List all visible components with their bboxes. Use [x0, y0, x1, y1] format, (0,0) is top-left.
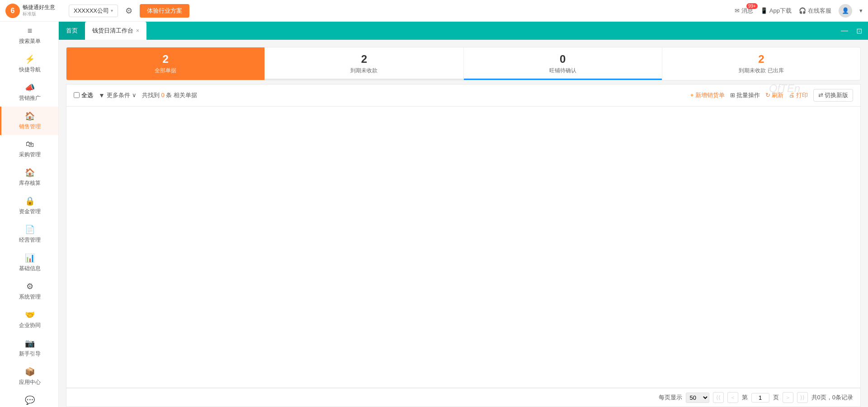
message-btn[interactable]: ✉ 消息 99+	[735, 7, 753, 15]
filter-icon: ▼	[99, 92, 105, 99]
page-label: 第	[742, 393, 748, 402]
header-right: ✉ 消息 99+ 📱 App下载 🎧 在线客服 👤 ▾	[735, 4, 863, 18]
sidebar-item-newbie[interactable]: 📷 新手引导	[0, 334, 58, 362]
per-page-label: 每页显示	[659, 393, 682, 402]
stat-num-overdue-unshipped: 2	[671, 53, 851, 66]
newbie-icon: 📷	[25, 338, 35, 348]
sidebar-item-enterprise[interactable]: 🤝 企业协同	[0, 305, 58, 334]
stat-label-overdue-unshipped: 到期未收款 已出库	[671, 67, 851, 75]
app-download-btn[interactable]: 📱 App下载	[760, 7, 792, 15]
page-input[interactable]	[751, 393, 769, 402]
sidebar-item-operations[interactable]: 📄 经营管理	[0, 220, 58, 248]
stat-card-overdue-unpaid[interactable]: 2 到期未收款	[265, 47, 463, 80]
toolbar-right: + 新增销货单 ⊞ 批量操作 ↻ 刷新 🖨 打印 ⇄	[690, 89, 853, 102]
select-all-checkbox[interactable]: 全选	[74, 91, 93, 99]
stat-num-overdue-unpaid: 2	[274, 53, 454, 66]
user-name[interactable]: ▾	[859, 7, 863, 14]
company-selector[interactable]: XXXXXX公司 ▾	[69, 5, 118, 17]
refresh-button[interactable]: ↻ 刷新	[765, 91, 783, 99]
sidebar-item-finance[interactable]: 🔒 资金管理	[0, 192, 58, 220]
sidebar-item-purchase[interactable]: 🛍 采购管理	[0, 135, 58, 163]
stat-num-all: 2	[75, 53, 255, 66]
sidebar-item-basic-info[interactable]: 📊 基础信息	[0, 248, 58, 277]
tab-close-icon[interactable]: ×	[136, 28, 139, 34]
content-area: 首页 钱货日清工作台 × — ⊡ 2 全部单据 2 到期未收款	[59, 22, 868, 407]
per-page-select[interactable]: 50 10 20 100	[686, 393, 709, 403]
inventory-icon: 🏠	[25, 168, 35, 178]
tab-active[interactable]: 钱货日清工作台 ×	[85, 22, 146, 40]
app-logo: 6	[5, 4, 20, 18]
found-num: 0	[161, 92, 164, 98]
switch-icon: ⇄	[818, 92, 823, 98]
app-version: 标准版	[23, 11, 55, 17]
next-page-btn[interactable]: ＞	[783, 392, 793, 403]
total-label: 共0页，0条记录	[811, 393, 853, 402]
system-icon: ⚙	[26, 281, 33, 291]
app-name: 畅捷通好生意	[23, 4, 55, 11]
stat-label-overdue-unpaid: 到期未收款	[274, 67, 454, 75]
operations-icon: 📄	[25, 225, 35, 234]
tab-collapse-icon[interactable]: —	[839, 25, 850, 36]
enterprise-icon: 🤝	[25, 310, 35, 320]
search-menu-icon: ≡	[28, 26, 33, 36]
stat-card-wangpu[interactable]: 0 旺铺待确认	[464, 47, 662, 80]
stat-card-all[interactable]: 2 全部单据	[66, 47, 265, 80]
found-text: 共找到 0 条 相关单据	[142, 91, 197, 99]
settings-icon[interactable]: ⚙	[122, 4, 136, 18]
stat-card-overdue-unshipped[interactable]: 2 到期未收款 已出库	[662, 47, 860, 80]
tab-controls: — ⊡	[839, 25, 868, 36]
sidebar-item-inventory[interactable]: 🏠 库存核算	[0, 163, 58, 192]
refresh-icon: ↻	[765, 92, 770, 98]
sidebar-item-app-center[interactable]: 📦 应用中心	[0, 362, 58, 391]
wechat-icon: 💬	[25, 395, 35, 405]
app-center-icon: 📦	[25, 367, 35, 377]
page-content: 2 全部单据 2 到期未收款 0 旺铺待确认 2 到期未收款 已出库	[59, 40, 868, 407]
batch-operation-button[interactable]: ⊞ 批量操作	[730, 91, 760, 99]
sidebar-item-quick-nav[interactable]: ⚡ 快捷导航	[0, 50, 58, 78]
tab-expand-icon[interactable]: ⊡	[854, 25, 864, 36]
app-download-icon: 📱	[760, 7, 768, 14]
add-sales-order-button[interactable]: + 新增销货单	[690, 91, 725, 99]
tab-home[interactable]: 首页	[59, 22, 85, 40]
prev-page-btn[interactable]: ＜	[727, 392, 738, 403]
stats-row: 2 全部单据 2 到期未收款 0 旺铺待确认 2 到期未收款 已出库	[66, 47, 861, 80]
company-dropdown-icon: ▾	[111, 8, 113, 13]
message-icon: ✉	[735, 7, 740, 14]
page-suffix: 页	[773, 393, 779, 402]
quick-nav-icon: ⚡	[25, 54, 35, 64]
print-button[interactable]: 🖨 打印	[789, 91, 808, 99]
sidebar-item-wechat[interactable]: 💬 企业微信	[0, 391, 58, 407]
try-industry-button[interactable]: 体验行业方案	[140, 4, 189, 18]
sidebar-item-marketing[interactable]: 📣 营销推广	[0, 78, 58, 107]
stat-label-wangpu: 旺铺待确认	[473, 67, 653, 75]
pagination-bar: 每页显示 50 10 20 100 ⟨⟨ ＜ 第 页 ＞ ⟩⟩ 共0页，0条记录	[66, 388, 861, 407]
top-header: 6 畅捷通好生意 标准版 XXXXXX公司 ▾ ⚙ 体验行业方案 ✉ 消息 99…	[0, 0, 868, 22]
more-filters-button[interactable]: ▼ 更多条件 ∨	[99, 91, 137, 99]
online-service-btn[interactable]: 🎧 在线客服	[799, 7, 831, 15]
sidebar: ≡ 搜索菜单 ⚡ 快捷导航 📣 营销推广 🏠 销售管理 🛍 采购管理 🏠 库存核…	[0, 22, 59, 407]
first-page-btn[interactable]: ⟨⟨	[713, 392, 724, 403]
table-area	[66, 106, 861, 388]
last-page-btn[interactable]: ⟩⟩	[797, 392, 808, 403]
finance-icon: 🔒	[25, 196, 35, 206]
sales-icon: 🏠	[25, 111, 35, 121]
avatar[interactable]: 👤	[839, 4, 852, 18]
headset-icon: 🎧	[799, 7, 806, 14]
stat-label-all: 全部单据	[75, 67, 255, 75]
purchase-icon: 🛍	[26, 140, 34, 149]
sidebar-item-system[interactable]: ⚙ 系统管理	[0, 277, 58, 305]
switch-version-button[interactable]: ⇄ 切换新版	[813, 89, 853, 102]
sidebar-item-sales[interactable]: 🏠 销售管理	[0, 107, 58, 135]
batch-icon: ⊞	[730, 92, 735, 98]
marketing-icon: 📣	[25, 83, 35, 93]
user-icon: 👤	[842, 7, 849, 14]
logo-area: 6 畅捷通好生意 标准版	[5, 4, 64, 18]
toolbar: 全选 ▼ 更多条件 ∨ 共找到 0 条 相关单据 + 新增销货单 ⊞	[66, 84, 861, 106]
stat-num-wangpu: 0	[473, 53, 653, 66]
basic-info-icon: 📊	[25, 253, 35, 263]
company-name: XXXXXX公司	[74, 7, 109, 15]
print-icon: 🖨	[789, 92, 795, 98]
sidebar-item-search-menu[interactable]: ≡ 搜索菜单	[0, 22, 58, 50]
message-badge: 99+	[746, 3, 758, 9]
main-layout: ≡ 搜索菜单 ⚡ 快捷导航 📣 营销推广 🏠 销售管理 🛍 采购管理 🏠 库存核…	[0, 22, 868, 407]
